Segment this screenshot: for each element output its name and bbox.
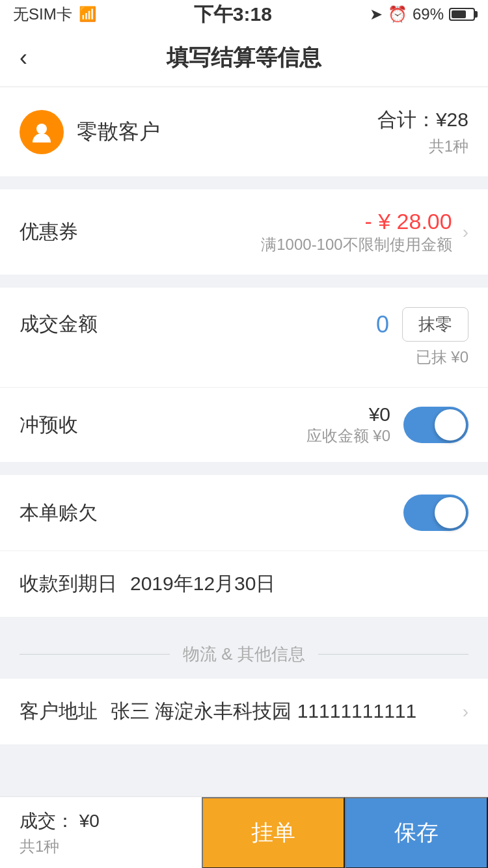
battery-percent: 69% xyxy=(413,5,444,23)
page-title: 填写结算等信息 xyxy=(167,43,321,73)
prepay-amount: ¥0 xyxy=(306,403,390,426)
back-button[interactable]: ‹ xyxy=(20,44,59,72)
deal-section: 成交金额 0 抹零 已抹 ¥0 冲预收 ¥0 应收金额 ¥0 xyxy=(0,288,488,462)
customer-summary: 合计：¥28 共1种 xyxy=(377,107,468,157)
address-section: 客户地址 张三 海淀永丰科技园 11111111111 › xyxy=(0,679,488,744)
nav-bar: ‹ 填写结算等信息 xyxy=(0,29,488,87)
credit-toggle[interactable] xyxy=(403,495,468,531)
status-bar: 无SIM卡 📶 下午3:18 ➤ ⏰ 69% xyxy=(0,0,488,29)
due-date-row[interactable]: 收款到期日 2019年12月30日 xyxy=(0,550,488,617)
location-icon: ➤ xyxy=(370,5,383,23)
save-button[interactable]: 保存 xyxy=(345,797,488,869)
logistics-header: 物流 & 其他信息 xyxy=(0,630,488,679)
status-time: 下午3:18 xyxy=(194,1,272,28)
coupon-right: - ¥ 28.00 满1000-100不限制使用金额 › xyxy=(261,209,468,255)
coupon-row[interactable]: 优惠券 - ¥ 28.00 满1000-100不限制使用金额 › xyxy=(0,189,488,275)
address-chevron-icon: › xyxy=(463,701,468,722)
address-label: 客户地址 xyxy=(20,698,98,725)
customer-section: 零散客户 合计：¥28 共1种 xyxy=(0,87,488,176)
svg-point-0 xyxy=(36,124,47,134)
prepay-values: ¥0 应收金额 ¥0 xyxy=(306,403,390,446)
avatar xyxy=(20,110,64,154)
prepay-label: 冲预收 xyxy=(20,412,78,439)
logistics-line-right xyxy=(318,654,468,655)
bottom-count: 共1种 xyxy=(20,836,182,857)
coupon-chevron-icon: › xyxy=(463,222,468,243)
deal-amount-label: 成交金额 xyxy=(20,311,98,338)
customer-total: 合计：¥28 xyxy=(377,107,468,133)
toggle-knob xyxy=(435,409,466,441)
main-content: 零散客户 合计：¥28 共1种 优惠券 - ¥ 28.00 满1000-100不… xyxy=(0,87,488,848)
coupon-label: 优惠券 xyxy=(20,219,78,245)
bottom-summary-top: 成交： ¥0 xyxy=(20,809,182,834)
hold-button[interactable]: 挂单 xyxy=(202,797,345,869)
deal-amount-row: 成交金额 0 抹零 已抹 ¥0 xyxy=(0,288,488,387)
coupon-hint: 满1000-100不限制使用金额 xyxy=(261,234,452,255)
alarm-icon: ⏰ xyxy=(388,5,407,23)
wifi-icon: 📶 xyxy=(79,6,96,23)
battery-icon xyxy=(449,8,475,21)
due-date-value: 2019年12月30日 xyxy=(130,571,275,597)
coupon-value: - ¥ 28.00 xyxy=(261,209,452,234)
prepay-right: ¥0 应收金额 ¥0 xyxy=(306,403,468,446)
bottom-deal-amount: ¥0 xyxy=(79,811,100,831)
bottom-bar: 成交： ¥0 共1种 挂单 保存 xyxy=(0,796,488,868)
logistics-line-left xyxy=(20,654,170,655)
due-date-label: 收款到期日 xyxy=(20,571,117,597)
credit-section: 本单赊欠 收款到期日 2019年12月30日 xyxy=(0,475,488,617)
credit-toggle-knob xyxy=(435,497,466,528)
bottom-deal-label: 成交： xyxy=(20,811,74,831)
logistics-text: 物流 & 其他信息 xyxy=(170,643,318,666)
customer-left: 零散客户 xyxy=(20,110,160,154)
coupon-section: 优惠券 - ¥ 28.00 满1000-100不限制使用金额 › xyxy=(0,189,488,275)
deal-row-top: 成交金额 0 抹零 xyxy=(20,307,468,342)
deal-amount-value[interactable]: 0 xyxy=(376,311,389,338)
customer-count: 共1种 xyxy=(377,136,468,157)
status-right: ➤ ⏰ 69% xyxy=(370,5,475,23)
prepay-hint: 应收金额 ¥0 xyxy=(306,426,390,446)
address-row[interactable]: 客户地址 张三 海淀永丰科技园 11111111111 › xyxy=(0,679,488,744)
prepay-toggle[interactable] xyxy=(403,407,468,443)
customer-row: 零散客户 合计：¥28 共1种 xyxy=(0,87,488,176)
prepay-row: 冲预收 ¥0 应收金额 ¥0 xyxy=(0,387,488,462)
sim-text: 无SIM卡 xyxy=(13,4,72,25)
round-zero-button[interactable]: 抹零 xyxy=(402,307,468,342)
status-left: 无SIM卡 📶 xyxy=(13,4,96,25)
bottom-summary: 成交： ¥0 共1种 xyxy=(0,809,202,857)
credit-label: 本单赊欠 xyxy=(20,500,98,526)
customer-name: 零散客户 xyxy=(77,118,160,146)
address-value: 张三 海淀永丰科技园 11111111111 xyxy=(111,698,463,725)
deal-amount-bottom: 已抹 ¥0 xyxy=(20,347,468,368)
credit-row: 本单赊欠 xyxy=(0,475,488,550)
